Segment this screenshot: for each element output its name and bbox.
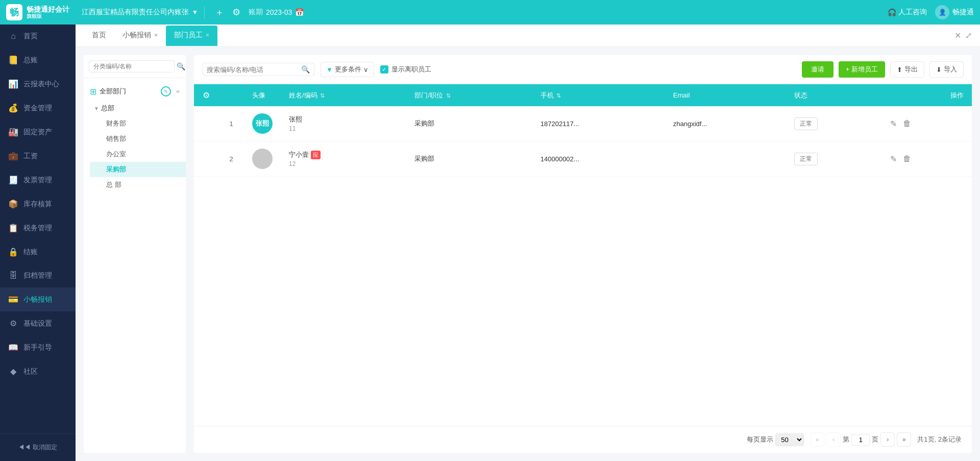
show-resigned-toggle[interactable]: ✓ 显示离职员工 [380, 65, 431, 74]
sidebar-item-more[interactable]: ◆ 社区 [0, 359, 76, 383]
dept-search-icon[interactable]: 🔍 [177, 62, 185, 70]
sidebar-item-fixed-assets[interactable]: 🏭 固定资产 [0, 120, 76, 144]
sidebar-label-home: 首页 [23, 32, 38, 41]
dept-edit-button[interactable]: ✎ [161, 86, 171, 96]
dept-general[interactable]: 总 部 [90, 177, 186, 192]
tab-dept-close[interactable]: × [206, 32, 209, 39]
next-page-button[interactable]: › [880, 432, 895, 447]
topbar-settings-button[interactable]: ⚙ [228, 7, 244, 18]
sidebar-item-invoice[interactable]: 🧾 发票管理 [0, 168, 76, 192]
tab-bar: 首页 小畅报销 × 部门员工 × ✕ ⤢ [76, 25, 980, 47]
sidebar-item-archive[interactable]: 🗄 归档管理 [0, 264, 76, 287]
prev-page-button[interactable]: ‹ [826, 432, 841, 447]
employee-name: 张熙 [289, 115, 302, 124]
import-icon: ⬇ [936, 66, 942, 74]
dept-all-button[interactable]: ⊞ 全部部门 ✎ « [84, 82, 186, 101]
table-gear-icon[interactable]: ⚙ [203, 91, 210, 100]
calendar-icon[interactable]: 📅 [295, 8, 304, 16]
name-cell: 张熙 11 [281, 106, 406, 141]
show-resigned-label: 显示离职员工 [391, 65, 431, 74]
actions-cell: ✎ 🗑 [882, 141, 972, 177]
tab-close-window[interactable]: ✕ [954, 31, 961, 40]
sidebar-item-close[interactable]: 🔒 结账 [0, 240, 76, 264]
dept-search-input[interactable] [89, 60, 175, 72]
period-label: 账期 [249, 8, 263, 17]
import-button[interactable]: ⬇ 导入 [929, 61, 964, 78]
sidebar-item-home[interactable]: ⌂ 首页 [0, 25, 76, 48]
user-menu[interactable]: 👤 畅捷通 [935, 5, 974, 19]
tab-expand-window[interactable]: ⤢ [965, 31, 972, 40]
delete-button[interactable]: 🗑 [903, 119, 911, 129]
sidebar-item-reports[interactable]: 📊 云报表中心 [0, 72, 76, 96]
resigned-badge: 应 [311, 151, 321, 159]
period-value[interactable]: 2023-03 [266, 8, 292, 16]
table-name-header[interactable]: 姓名/编码 ⇅ [281, 84, 406, 106]
total-records: 共1页, 2条记录 [917, 435, 962, 444]
employee-search-icon[interactable]: 🔍 [301, 65, 310, 74]
edit-button[interactable]: ✎ [890, 154, 897, 164]
toolbar-right: 邀请 + 新增员工 ⬆ 导出 ⬇ 导入 [802, 61, 964, 78]
dept-sales[interactable]: 销售部 [90, 131, 186, 147]
support-button[interactable]: 🎧 人工咨询 [888, 8, 927, 17]
right-panel: 🔍 ▼ 更多条件 ∨ ✓ 显示离职员工 邀请 + 新增员工 [194, 55, 972, 453]
close-period-icon: 🔒 [8, 247, 18, 257]
sidebar-item-settings[interactable]: ⚙ 基础设置 [0, 311, 76, 335]
dept-sort-icon[interactable]: ⇅ [446, 92, 451, 99]
dept-collapse-button[interactable]: « [176, 88, 180, 95]
tab-expense[interactable]: 小畅报销 × [114, 26, 166, 46]
avatar-cell: 张熙 [244, 106, 281, 141]
invoice-icon: 🧾 [8, 175, 18, 185]
table-phone-label: 手机 [541, 91, 554, 99]
tab-expense-close[interactable]: × [154, 32, 158, 39]
filter-chevron-icon: ∨ [363, 66, 369, 74]
sidebar-item-salary[interactable]: 💼 工资 [0, 144, 76, 168]
row-number: 2 [218, 141, 244, 177]
dept-finance[interactable]: 财务部 [90, 116, 186, 131]
table-settings-header[interactable]: ⚙ [194, 84, 218, 106]
tab-dept-employee[interactable]: 部门员工 × [166, 26, 217, 46]
table-dept-label: 部门/职位 [414, 91, 443, 99]
sidebar-item-ledger[interactable]: 📒 总账 [0, 48, 76, 72]
show-resigned-checkbox[interactable]: ✓ [380, 65, 388, 74]
settings-cell [194, 141, 218, 177]
sidebar-item-expense[interactable]: 💳 小畅报销 [0, 287, 76, 311]
sidebar-label-guide: 新手引导 [23, 343, 52, 352]
export-button[interactable]: ⬆ 导出 [890, 61, 924, 78]
table-phone-header[interactable]: 手机 ⇅ [532, 84, 665, 106]
sidebar-pin-button[interactable]: ◀◀ 取消固定 [0, 439, 76, 456]
sidebar-item-inventory[interactable]: 📦 库存核算 [0, 192, 76, 216]
topbar-add-button[interactable]: ＋ [211, 6, 228, 18]
actions-cell: ✎ 🗑 [882, 106, 972, 141]
delete-button[interactable]: 🗑 [903, 154, 911, 164]
dept-purchasing[interactable]: 采购部 [90, 162, 186, 177]
table-dept-header[interactable]: 部门/职位 ⇅ [406, 84, 532, 106]
page-size-label: 每页显示 [747, 435, 773, 444]
table-name-label: 姓名/编码 [289, 91, 317, 99]
phone-sort-icon[interactable]: ⇅ [556, 92, 561, 99]
company-selector[interactable]: 江西服宝精品有限责任公司内账张 ▼ [82, 8, 198, 17]
first-page-button[interactable]: « [810, 432, 824, 447]
dept-panel: 🔍 ⊞ 全部部门 ✎ « ▼ 总部 财 [84, 55, 186, 453]
employee-search-input[interactable] [207, 66, 298, 74]
import-label: 导入 [944, 65, 957, 74]
dept-cell: 采购部 [406, 106, 532, 141]
filter-button[interactable]: ▼ 更多条件 ∨ [321, 62, 374, 77]
user-name: 畅捷通 [952, 8, 974, 17]
edit-button[interactable]: ✎ [890, 119, 897, 129]
page-number-input[interactable] [851, 434, 870, 446]
page-size-select[interactable]: 102050100 [775, 433, 804, 446]
user-avatar: 👤 [935, 5, 949, 19]
dept-headquarters-label[interactable]: ▼ 总部 [84, 101, 186, 116]
sidebar-item-capital[interactable]: 💰 资金管理 [0, 96, 76, 120]
avatar-cell [244, 141, 281, 177]
tab-home[interactable]: 首页 [84, 26, 114, 46]
invite-button[interactable]: 邀请 [802, 61, 834, 78]
name-sort-icon[interactable]: ⇅ [320, 92, 325, 99]
reports-icon: 📊 [8, 79, 18, 89]
sidebar-item-tax[interactable]: 📋 税务管理 [0, 216, 76, 240]
sidebar-item-guide[interactable]: 📖 新手引导 [0, 335, 76, 359]
filter-icon: ▼ [326, 66, 333, 74]
last-page-button[interactable]: » [897, 432, 911, 447]
dept-office[interactable]: 办公室 [90, 147, 186, 162]
add-employee-button[interactable]: + 新增员工 [839, 61, 885, 78]
